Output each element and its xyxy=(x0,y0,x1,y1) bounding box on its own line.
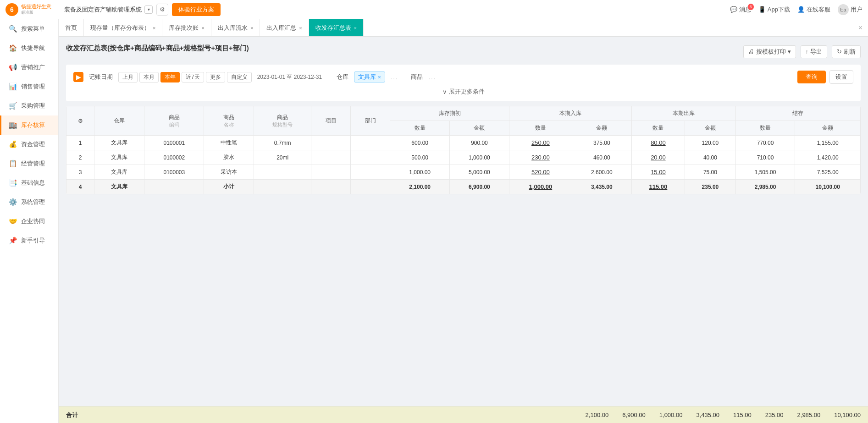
tab-in-out-summary-close[interactable]: × xyxy=(299,25,302,31)
footer-in-amt: 3,435.00 xyxy=(696,412,719,418)
goods-ellipsis[interactable]: ... xyxy=(428,74,436,81)
cell-out-amt: 75.00 xyxy=(685,165,736,180)
sidebar-item-quick-nav[interactable]: 🏠 快捷导航 xyxy=(0,38,58,58)
online-service-btn[interactable]: 👤 在线客服 xyxy=(797,5,830,14)
cell-out-amt: 40.00 xyxy=(685,150,736,165)
cell-in-qty[interactable]: 250.00 xyxy=(509,136,572,150)
cell-code: 0100003 xyxy=(144,165,204,180)
tab-bar: 首页 现存量（库存分布表） × 库存批次账 × 出入库流水 × 出入库汇总 × … xyxy=(59,19,868,37)
export-btn[interactable]: ↑ 导出 xyxy=(801,45,828,58)
sidebar-item-cooperation[interactable]: 🤝 企业协同 xyxy=(0,212,58,231)
warehouse-filter: 文具库 × xyxy=(354,71,385,82)
cell-in-qty[interactable]: 520.00 xyxy=(509,165,572,180)
tab-stock-dist[interactable]: 现存量（库存分布表） × xyxy=(84,19,162,37)
cell-warehouse: 文具库 xyxy=(94,150,144,165)
system-icon: ⚙️ xyxy=(9,198,17,206)
filter-toggle-btn[interactable]: ▶ xyxy=(73,72,83,82)
query-button[interactable]: 查询 xyxy=(797,71,826,83)
cell-no: 1 xyxy=(66,136,94,150)
cell-project xyxy=(311,136,350,150)
warehouse-tag-close[interactable]: × xyxy=(378,74,381,80)
warehouse-ellipsis[interactable]: ... xyxy=(391,74,398,81)
cell-no: 4 xyxy=(66,180,94,194)
cell-in-amt: 460.00 xyxy=(572,150,631,165)
date-btn-this-month[interactable]: 本月 xyxy=(139,72,159,82)
sidebar-item-basic-info[interactable]: 📑 基础信息 xyxy=(0,173,58,192)
cell-out-qty[interactable]: 15.00 xyxy=(631,165,685,180)
cell-code: 0100001 xyxy=(144,136,204,150)
tab-bar-close-btn[interactable]: × xyxy=(853,24,868,32)
user-area[interactable]: Ea 用户 xyxy=(838,4,862,15)
date-btn-custom[interactable]: 自定义 xyxy=(227,72,252,82)
sidebar-item-guide[interactable]: 📌 新手引导 xyxy=(0,231,58,250)
system-title-dropdown[interactable]: ▾ xyxy=(144,5,153,14)
tab-recv-send-summary[interactable]: 收发存汇总表 × xyxy=(309,19,364,37)
cell-bal-qty: 2,985.00 xyxy=(735,180,795,194)
marketing-icon: 📢 xyxy=(9,63,17,71)
filter-bar: ▶ 记账日期 上月 本月 本年 近7天 更多 自定义 2023-01-01 至 … xyxy=(66,65,861,101)
cell-out-qty[interactable]: 20.00 xyxy=(631,150,685,165)
cell-code xyxy=(144,180,204,194)
table-settings-header[interactable]: ⚙ xyxy=(66,106,94,136)
cell-in-qty[interactable]: 1,000.00 xyxy=(509,180,572,194)
date-range-display: 2023-01-01 至 2023-12-31 xyxy=(257,73,322,81)
tab-in-out-flow[interactable]: 出入库流水 × xyxy=(211,19,260,37)
sidebar-item-inventory[interactable]: 🏬 库存核算 xyxy=(0,115,58,135)
cell-init-qty: 500.00 xyxy=(390,150,450,165)
sidebar-item-operations[interactable]: 📋 经营管理 xyxy=(0,154,58,173)
trial-button[interactable]: 体验行业方案 xyxy=(172,3,221,16)
setting-button[interactable]: 设置 xyxy=(829,70,853,84)
cell-bal-qty: 710.00 xyxy=(735,150,795,165)
tab-batch-ledger[interactable]: 库存批次账 × xyxy=(162,19,211,37)
date-btn-this-year[interactable]: 本年 xyxy=(160,72,180,82)
footer-init-amt: 6,900.00 xyxy=(622,412,646,418)
finance-icon: 💰 xyxy=(9,140,17,148)
top-bar: 6 畅捷通好生意 标准版 装备及固定资产辅助管理系统 ▾ ⚙ 体验行业方案 💬 … xyxy=(0,0,868,19)
sidebar-item-search[interactable]: 🔍 搜索菜单 xyxy=(0,19,58,38)
main-layout: 🔍 搜索菜单 🏠 快捷导航 📢 营销推广 📊 销售管理 🛒 采购管理 🏬 库存核… xyxy=(0,19,868,423)
cell-in-qty[interactable]: 230.00 xyxy=(509,150,572,165)
expand-conditions-btn[interactable]: ∨ 展开更多条件 xyxy=(442,88,485,96)
sidebar-label-search: 搜索菜单 xyxy=(21,25,45,33)
cell-no: 3 xyxy=(66,165,94,180)
sidebar-label-purchase: 采购管理 xyxy=(21,102,45,110)
tab-in-out-flow-close[interactable]: × xyxy=(250,25,253,31)
th-spec: 商品规格型号 xyxy=(254,106,311,136)
operations-icon: 📋 xyxy=(9,159,17,168)
date-btn-last-7-days[interactable]: 近7天 xyxy=(182,72,204,82)
message-btn[interactable]: 💬 消息 6 xyxy=(730,5,751,14)
cell-out-qty[interactable]: 115.00 xyxy=(631,180,685,194)
tab-batch-ledger-close[interactable]: × xyxy=(201,25,204,31)
action-btns: 查询 设置 xyxy=(797,70,853,84)
sidebar-item-system[interactable]: ⚙️ 系统管理 xyxy=(0,192,58,212)
cell-out-qty[interactable]: 80.00 xyxy=(631,136,685,150)
warehouse-tag: 文具库 × xyxy=(354,71,385,82)
th-in-stock: 本期入库 xyxy=(509,106,631,121)
tab-stock-dist-close[interactable]: × xyxy=(153,25,155,31)
sidebar-item-purchase[interactable]: 🛒 采购管理 xyxy=(0,96,58,115)
logo-text: 畅捷通好生意 xyxy=(21,3,51,10)
date-btn-last-month[interactable]: 上月 xyxy=(118,72,138,82)
sidebar-item-finance[interactable]: 💰 资金管理 xyxy=(0,135,58,154)
tab-in-out-summary[interactable]: 出入库汇总 × xyxy=(260,19,309,37)
tab-home[interactable]: 首页 xyxy=(59,19,84,37)
service-icon: 👤 xyxy=(797,6,805,13)
th-out-qty: 数量 xyxy=(631,121,685,136)
gear-icon-btn[interactable]: ⚙ xyxy=(156,4,168,16)
print-btn[interactable]: 🖨 按模板打印 ▾ xyxy=(743,45,796,58)
refresh-btn[interactable]: ↻ 刷新 xyxy=(832,45,861,58)
cell-name: 采访本 xyxy=(204,165,254,180)
cell-bal-amt: 1,155.00 xyxy=(795,136,861,150)
app-download-btn[interactable]: 📱 App下载 xyxy=(758,5,790,14)
refresh-icon: ↻ xyxy=(837,48,842,55)
cell-project xyxy=(311,150,350,165)
table-row: 4文具库小计2,100.006,900.001,000.003,435.0011… xyxy=(66,180,861,194)
date-btn-more[interactable]: 更多 xyxy=(206,72,225,82)
sidebar-item-marketing[interactable]: 📢 营销推广 xyxy=(0,58,58,77)
cell-out-amt: 235.00 xyxy=(685,180,736,194)
tab-stock-dist-label: 现存量（库存分布表） xyxy=(90,24,150,32)
cell-name: 胶水 xyxy=(204,150,254,165)
cell-warehouse: 文具库 xyxy=(94,180,144,194)
sidebar-item-sales[interactable]: 📊 销售管理 xyxy=(0,77,58,96)
tab-recv-send-summary-close[interactable]: × xyxy=(354,25,357,31)
